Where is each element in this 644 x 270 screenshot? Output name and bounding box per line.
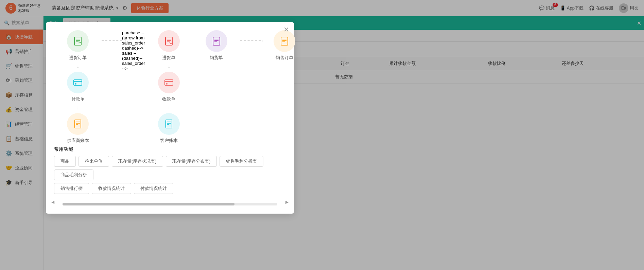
sales-circle (206, 30, 227, 52)
flow-item-sales[interactable]: 销货单 (193, 30, 240, 61)
sales-label: 销货单 (210, 55, 223, 61)
v-arrow-3: ↓ (76, 102, 79, 113)
func-btn-stock-dist[interactable]: 现存量(库存分布表) (166, 156, 217, 167)
modal-overlay[interactable]: ✕ 进货订单 ↓ 付款单 (0, 0, 644, 270)
modal-close-btn[interactable]: ✕ (283, 25, 289, 34)
payment-out-circle (67, 72, 89, 93)
svg-point-6 (75, 83, 76, 85)
flow-item-payment-out[interactable]: 付款单 (54, 72, 102, 102)
modal-scrollbar[interactable] (63, 203, 277, 205)
func-btn-sales-profit[interactable]: 销售毛利分析表 (220, 156, 263, 167)
svg-rect-7 (75, 120, 81, 128)
customer-ledger-circle (158, 113, 180, 135)
flow-item-customer-ledger[interactable]: 客户账本 (145, 113, 193, 144)
purchase-label: 进货单 (162, 55, 175, 61)
purchase-order-label: 进货订单 (69, 55, 87, 61)
common-funcs: 常用功能 商品 往来单位 现存量(库存状况表) 现存量(库存分布表) 销售毛利分… (46, 144, 294, 194)
v-arrow-1: ↓ (76, 61, 79, 72)
flow-item-purchase[interactable]: 进货单 (145, 30, 193, 61)
modal-scrollbar-thumb (63, 203, 234, 205)
down-arrow-3: ↓ (76, 105, 79, 110)
svg-rect-16 (165, 80, 173, 85)
supplier-ledger-circle (67, 113, 89, 135)
flow-item-payment-in[interactable]: 收款单 (145, 72, 193, 102)
func-buttons: 商品 往来单位 现存量(库存状况表) 现存量(库存分布表) 销售毛利分析表 商品… (54, 156, 286, 180)
flow-item-supplier-ledger[interactable]: 供应商账本 (54, 113, 102, 144)
col-4: 销售订单 (261, 30, 308, 107)
svg-rect-23 (165, 121, 166, 127)
h-arrow-2: ← (240, 30, 261, 74)
scroll-left-icon[interactable]: ◀ (51, 200, 54, 204)
h-arrow-1: → (102, 30, 122, 74)
svg-rect-0 (74, 37, 81, 45)
customer-ledger-label: 客户账本 (160, 138, 178, 144)
supplier-ledger-label: 供应商账本 (67, 138, 89, 144)
func-btn-payment-stat[interactable]: 付款情况统计 (134, 183, 173, 194)
payment-in-label: 收款单 (162, 96, 175, 102)
col-1: 进货订单 ↓ 付款单 ↓ 供应商账本 (54, 30, 102, 144)
purchase-circle (158, 30, 180, 52)
down-arrow-4: ↓ (168, 105, 170, 110)
func-btn-contacts[interactable]: 往来单位 (79, 156, 109, 167)
modal-scrollbar-area: ◀ ▶ (51, 199, 289, 205)
common-funcs-title: 常用功能 (54, 146, 286, 152)
payment-in-circle (158, 72, 180, 93)
down-arrow-2: ↓ (168, 64, 170, 69)
svg-point-18 (166, 83, 168, 85)
flow-item-purchase-order[interactable]: 进货订单 (54, 30, 102, 61)
func-btn-goods[interactable]: 商品 (54, 156, 76, 167)
svg-rect-11 (74, 121, 75, 127)
func-buttons-row2: 销售排行榜 收款情况统计 付款情况统计 (54, 183, 286, 194)
svg-rect-24 (213, 37, 220, 45)
modal-box: ✕ 进货订单 ↓ 付款单 (46, 22, 294, 214)
sales-order-label: 销售订单 (276, 55, 293, 61)
func-btn-sales-rank[interactable]: 销售排行榜 (54, 183, 89, 194)
flow-item-sales-order[interactable]: 销售订单 (261, 30, 308, 61)
col-3: 销货单 (193, 30, 240, 107)
v-arrow-4: ↓ (168, 102, 170, 113)
v-arrow-2: ↓ (168, 61, 170, 72)
col-2: 进货单 ↓ 收款单 ↓ 客户账本 (145, 30, 193, 144)
flow-diagram: 进货订单 ↓ 付款单 ↓ 供应商账本 (46, 30, 294, 144)
payment-out-label: 付款单 (71, 96, 85, 102)
svg-rect-28 (281, 37, 288, 45)
func-btn-goods-profit[interactable]: 商品毛利分析 (54, 169, 93, 180)
purchase-order-circle (67, 30, 89, 52)
svg-rect-4 (74, 80, 82, 85)
scroll-right-icon[interactable]: ▶ (285, 200, 289, 204)
func-btn-stock-status[interactable]: 现存量(库存状况表) (112, 156, 163, 167)
down-arrow-1: ↓ (76, 64, 79, 69)
svg-rect-12 (166, 37, 172, 45)
func-btn-receipt-stat[interactable]: 收款情况统计 (92, 183, 131, 194)
svg-rect-19 (166, 120, 172, 128)
